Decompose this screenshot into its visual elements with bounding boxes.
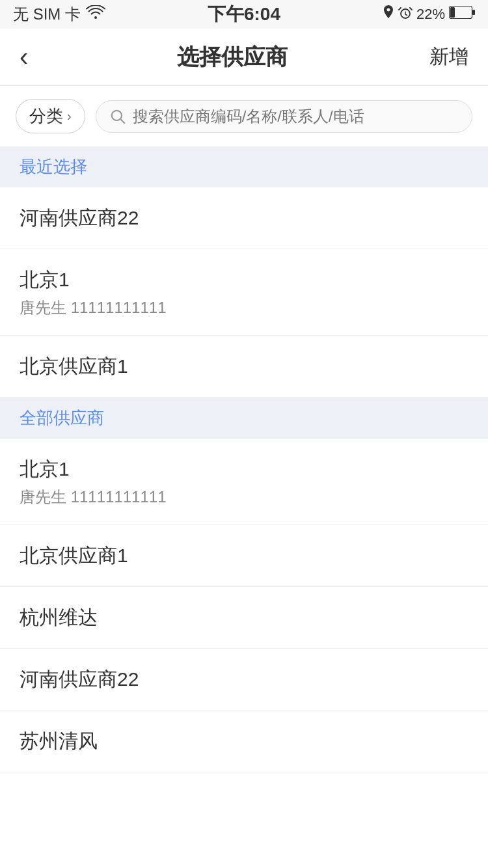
item-name: 杭州维达 <box>20 604 468 631</box>
chevron-right-icon: › <box>67 109 72 124</box>
battery-text: 22% <box>416 6 445 23</box>
item-sub: 唐先生 11111111111 <box>20 487 468 508</box>
battery-icon <box>449 6 475 23</box>
wifi-icon <box>86 5 105 23</box>
svg-point-4 <box>111 110 121 120</box>
new-button[interactable]: 新增 <box>429 44 468 70</box>
all-item-2[interactable]: 北京供应商1 <box>0 525 488 587</box>
all-item-4[interactable]: 河南供应商22 <box>0 649 488 711</box>
recent-section-header: 最近选择 <box>0 146 488 187</box>
page-title: 选择供应商 <box>177 42 288 72</box>
status-bar: 无 SIM 卡 下午6:04 22% <box>0 0 488 29</box>
all-item-1[interactable]: 北京1 唐先生 11111111111 <box>0 439 488 525</box>
all-item-5[interactable]: 苏州清风 <box>0 711 488 772</box>
all-items-list: 北京1 唐先生 11111111111 北京供应商1 杭州维达 河南供应商22 … <box>0 439 488 772</box>
item-name: 北京1 <box>20 266 468 293</box>
item-name: 北京1 <box>20 455 468 483</box>
all-section-header: 全部供应商 <box>0 398 488 439</box>
item-name: 苏州清风 <box>20 727 468 755</box>
all-item-3[interactable]: 杭州维达 <box>0 587 488 649</box>
location-icon <box>383 5 394 23</box>
item-name: 北京供应商1 <box>20 542 468 569</box>
search-input[interactable] <box>133 107 459 126</box>
filter-row: 分类 › <box>0 86 488 146</box>
search-icon <box>109 108 126 125</box>
recent-item-1[interactable]: 河南供应商22 <box>0 187 488 249</box>
svg-rect-3 <box>472 10 475 15</box>
status-left: 无 SIM 卡 <box>13 4 105 25</box>
search-box[interactable] <box>96 100 472 133</box>
alarm-icon <box>398 5 413 23</box>
item-name: 北京供应商1 <box>20 353 468 380</box>
status-right: 22% <box>383 5 475 23</box>
category-label: 分类 <box>29 105 63 128</box>
back-button[interactable]: ‹ <box>13 36 34 78</box>
nav-bar: ‹ 选择供应商 新增 <box>0 29 488 86</box>
status-time: 下午6:04 <box>208 2 280 27</box>
recent-item-2[interactable]: 北京1 唐先生 11111111111 <box>0 249 488 336</box>
recent-items-list: 河南供应商22 北京1 唐先生 11111111111 北京供应商1 <box>0 187 488 398</box>
item-name: 河南供应商22 <box>20 666 468 693</box>
carrier-text: 无 SIM 卡 <box>13 4 81 25</box>
item-sub: 唐先生 11111111111 <box>20 297 468 318</box>
recent-item-3[interactable]: 北京供应商1 <box>0 336 488 398</box>
svg-line-5 <box>120 119 125 124</box>
item-name: 河南供应商22 <box>20 204 468 232</box>
category-button[interactable]: 分类 › <box>16 99 85 133</box>
svg-rect-2 <box>450 7 455 18</box>
